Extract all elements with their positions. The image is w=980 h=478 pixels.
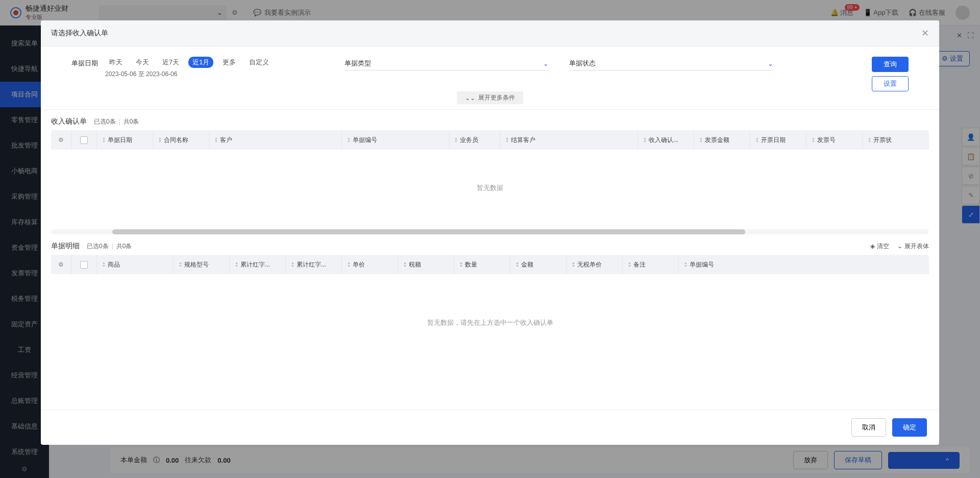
modal-title: 请选择收入确认单 <box>51 29 108 38</box>
expand-conditions-button[interactable]: ⌄⌄ 展开更多条件 <box>457 91 523 104</box>
table-column-header[interactable]: ▲▼累计红字... <box>286 255 342 274</box>
date-range-text: 2023-05-06 至 2023-06-06 <box>105 70 273 79</box>
detail-table-empty: 暂无数据，请先在上方选中一个收入确认单 <box>51 274 929 371</box>
filter-settings-button[interactable]: 设置 <box>872 76 909 91</box>
table-column-header[interactable]: ▲▼收入确认... <box>638 130 694 150</box>
table-column-header[interactable]: ▲▼业务员 <box>449 130 500 150</box>
table-column-header[interactable]: ▲▼备注 <box>623 255 679 274</box>
date-shortcut[interactable]: 更多 <box>218 57 240 68</box>
select-all-checkbox[interactable] <box>71 130 97 150</box>
horizontal-scrollbar[interactable] <box>51 229 929 234</box>
modal-overlay: 请选择收入确认单 ✕ 单据日期 昨天今天近7天近1月更多自定义 2023-05-… <box>0 0 980 478</box>
double-chevron-down-icon: ⌄⌄ <box>465 94 475 102</box>
confirm-button[interactable]: 确定 <box>892 418 927 437</box>
clear-button[interactable]: ◈ 清空 <box>870 242 889 251</box>
date-shortcut[interactable]: 昨天 <box>105 57 127 68</box>
table-column-header[interactable]: ▲▼单据编号 <box>679 255 852 274</box>
filter-section: 单据日期 昨天今天近7天近1月更多自定义 2023-05-06 至 2023-0… <box>41 46 939 110</box>
table-column-header[interactable]: ▲▼数量 <box>454 255 510 274</box>
doc-status-select[interactable]: 单据状态 ⌄ <box>569 57 773 70</box>
doc-status-input[interactable] <box>601 60 763 67</box>
date-shortcut[interactable]: 近1月 <box>188 57 213 68</box>
expand-body-button[interactable]: ⌄ 展开表体 <box>897 242 929 251</box>
income-table-empty: 暂无数据 <box>51 150 929 226</box>
table-column-header[interactable]: ▲▼开票状 <box>863 130 903 150</box>
table-column-header[interactable]: ▲▼结算客户 <box>500 130 638 150</box>
table-column-header[interactable]: ▲▼规格型号 <box>174 255 230 274</box>
modal-footer: 取消 确定 <box>41 410 939 445</box>
table-column-header[interactable]: ▲▼无税单价 <box>567 255 623 274</box>
cancel-button[interactable]: 取消 <box>851 418 886 437</box>
income-table-header: ⚙ ▲▼单据日期▲▼合同名称▲▼客户▲▼单据编号▲▼业务员▲▼结算客户▲▼收入确… <box>51 130 929 150</box>
query-button[interactable]: 查询 <box>872 57 909 72</box>
select-all-checkbox[interactable] <box>71 255 97 274</box>
table-column-header[interactable]: ▲▼客户 <box>209 130 342 150</box>
doc-type-input[interactable] <box>376 60 538 67</box>
date-filter: 单据日期 昨天今天近7天近1月更多自定义 2023-05-06 至 2023-0… <box>71 57 273 79</box>
chevron-down-icon: ⌄ <box>768 60 773 67</box>
date-shortcut[interactable]: 近7天 <box>158 57 183 68</box>
modal-header: 请选择收入确认单 ✕ <box>41 20 939 46</box>
table-column-header[interactable]: ▲▼开票日期 <box>750 130 806 150</box>
table-settings-icon[interactable]: ⚙ <box>51 130 71 150</box>
table-column-header[interactable]: ▲▼金额 <box>510 255 567 274</box>
table-column-header[interactable]: ▲▼合同名称 <box>153 130 209 150</box>
detail-section-head: 单据明细 已选0条|共0条 ◈ 清空 ⌄ 展开表体 <box>41 234 939 255</box>
table-column-header[interactable]: ▲▼单据编号 <box>342 130 449 150</box>
table-column-header[interactable]: ▲▼发票金额 <box>694 130 750 150</box>
table-column-header[interactable]: ▲▼单价 <box>342 255 398 274</box>
income-section-head: 收入确认单 已选0条|共0条 <box>41 110 939 130</box>
detail-table-header: ⚙ ▲▼商品▲▼规格型号▲▼累计红字...▲▼累计红字...▲▼单价▲▼税额▲▼… <box>51 255 929 274</box>
table-settings-icon[interactable]: ⚙ <box>51 255 71 274</box>
close-icon[interactable]: ✕ <box>921 28 929 39</box>
table-column-header[interactable]: ▲▼累计红字... <box>230 255 286 274</box>
table-column-header[interactable]: ▲▼单据日期 <box>97 130 153 150</box>
date-shortcut[interactable]: 今天 <box>132 57 153 68</box>
date-shortcut[interactable]: 自定义 <box>245 57 273 68</box>
table-column-header[interactable]: ▲▼商品 <box>97 255 174 274</box>
doc-type-select[interactable]: 单据类型 ⌄ <box>345 57 549 70</box>
table-column-header[interactable]: ▲▼发票号 <box>806 130 863 150</box>
table-column-header[interactable]: ▲▼税额 <box>398 255 454 274</box>
select-income-modal: 请选择收入确认单 ✕ 单据日期 昨天今天近7天近1月更多自定义 2023-05-… <box>41 20 939 445</box>
chevron-down-icon: ⌄ <box>543 60 549 67</box>
